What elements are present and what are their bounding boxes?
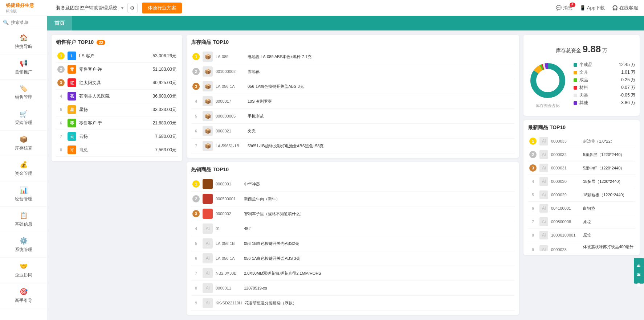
rank-num-8: 8: [57, 146, 65, 153]
inventory-stats-card: 库存总资金 9.88 万 库存资金占比: [523, 35, 640, 116]
product-code: 0000032: [551, 152, 580, 157]
list-item: 3 Ai 0000031 5厘中纤（1220*2440）: [528, 161, 635, 175]
product-name: 电池盖 LA-089 ABS本色+黑种 7.1克: [248, 54, 513, 60]
sidebar-item-system[interactable]: ⚙️ 系统管理: [0, 232, 47, 258]
system-selector[interactable]: 装备及固定资产辅助管理系统 ▼: [56, 5, 125, 11]
product-code: 0000002: [216, 212, 241, 216]
customer-avatar: L: [68, 52, 76, 60]
product-code: LA-056-1A: [216, 84, 245, 89]
list-item: 9 Ai 0000028 体被荔枝味苏打饮品400毫升（1*15）: [528, 242, 635, 251]
legend-label: 材料: [579, 85, 619, 91]
customer-avatar: 云: [68, 132, 76, 141]
legend-value: -3.86 万: [620, 100, 635, 106]
sales-count-badge: 22: [97, 40, 105, 45]
rank-medal-2: 2: [529, 151, 537, 158]
search-menu[interactable]: 🔍: [0, 16, 47, 29]
table-row: 6 零 零售客户·于 21,680.00元: [56, 116, 178, 130]
product-name: 原垃: [583, 219, 634, 225]
product-code: 0000001: [216, 182, 241, 186]
customer-name: 零售客户·于: [79, 120, 150, 126]
sidebar-item-purchase[interactable]: 🛒 采购管理: [0, 105, 47, 131]
rank-medal-3: 3: [57, 79, 65, 86]
rank-num-6: 6: [192, 255, 200, 262]
customer-avatar: 红: [68, 78, 76, 87]
rank-num-5: 5: [192, 240, 200, 247]
product-code: 001000002: [216, 69, 245, 74]
sidebar-item-inventory[interactable]: 📦 库存核算: [0, 131, 47, 156]
sidebar-item-quick-nav[interactable]: 🏠 快捷导航: [0, 29, 47, 54]
sales-rank-list: 1 L LS 客户 53,006.26元 2 零 零售客户·许 51,183.0…: [56, 49, 178, 157]
legend-label: 其他: [579, 100, 617, 106]
product-code: 000800008: [551, 220, 580, 224]
inventory-footer: 库存资金占比: [528, 102, 568, 108]
settings-button[interactable]: ⚙: [127, 3, 138, 13]
legend-item: 文具 1.01 万: [574, 69, 635, 75]
product-icon: Ai: [539, 231, 548, 239]
legend-dot: [574, 78, 577, 82]
header-right: 💬 消息 6 📱 App下载 🎧 在线客服: [556, 5, 638, 11]
tab-home[interactable]: 首页: [47, 16, 72, 30]
list-item: 4 Ai 01 45#: [191, 221, 515, 236]
product-thumb: [203, 194, 213, 204]
message-icon: 💬: [556, 5, 562, 11]
customer-avatar: 零: [68, 65, 76, 74]
page-content: 销售客户 TOP10 22 1 L LS 客户 53,006.26元 2 零 零…: [47, 30, 644, 320]
sidebar-item-marketing[interactable]: 📢 营销推广: [0, 54, 47, 80]
list-item: 2 Ai 0000032 5厘多层（1220*2440）: [528, 148, 635, 161]
sidebar-label-guide: 新手引导: [15, 298, 32, 304]
float-service-btn-2[interactable]: 直播: [634, 276, 644, 284]
online-service-action[interactable]: 🎧 在线客服: [612, 5, 638, 11]
float-service-btn-0[interactable]: 客服热线: [634, 258, 644, 267]
product-name: 原垃: [583, 233, 634, 238]
product-name: 056-1A白色按键开关盖ABS 3克: [248, 84, 513, 89]
table-row: 1 📦 LA-089 电池盖 LA-089 ABS本色+黑种 7.1克: [191, 49, 515, 64]
message-badge: 6: [570, 3, 575, 7]
sidebar-label-quick-nav: 快捷导航: [15, 44, 32, 50]
rank-num-8: 8: [529, 231, 537, 239]
rank-num-4: 4: [192, 225, 200, 232]
product-icon: Ai: [539, 190, 548, 199]
legend-item: 其他 -3.86 万: [574, 100, 635, 106]
product-name: 5厘多层（1220*2440）: [583, 152, 634, 157]
trial-button[interactable]: 体验行业方案: [142, 3, 182, 13]
rank-num-5: 5: [57, 106, 65, 113]
customer-value: 51,183.00元: [153, 66, 176, 73]
rank-medal-3: 3: [192, 83, 200, 90]
sidebar-item-coop[interactable]: 🤝 企业协同: [0, 258, 47, 283]
table-row: 7 云 云扬 7,680.00元: [56, 130, 178, 143]
purchase-icon: 🛒: [19, 110, 28, 118]
product-icon: Ai: [539, 204, 548, 213]
sidebar-item-sales[interactable]: 🏷️ 销售管理: [0, 80, 47, 105]
logo-area: 畅捷通好生意 标准版: [6, 2, 53, 14]
product-icon: Ai: [539, 217, 548, 226]
search-input[interactable]: [11, 20, 40, 25]
rank-num-5: 5: [529, 191, 537, 198]
nav-tabs: 首页: [47, 16, 644, 30]
product-thumb: [203, 179, 213, 189]
rank-medal-1: 1: [57, 52, 65, 60]
rank-medal-1: 1: [192, 180, 200, 188]
rank-medal-3: 3: [529, 164, 537, 172]
sidebar-item-finance[interactable]: 💰 资金管理: [0, 156, 47, 181]
rank-num-9: 9: [529, 246, 537, 251]
product-code: KK-SD22110H: [216, 301, 242, 305]
rank-medal-2: 2: [192, 195, 200, 202]
sidebar: 🔍 🏠 快捷导航 📢 营销推广 🏷️ 销售管理 🛒 采购管理 📦 库存核算 💰 …: [0, 16, 47, 320]
message-action[interactable]: 💬 消息 6: [556, 5, 572, 11]
sidebar-label-purchase: 采购管理: [15, 120, 32, 126]
operation-icon: 📊: [19, 186, 28, 194]
sidebar-item-operation[interactable]: 📊 经营管理: [0, 181, 47, 207]
hot-products-title: 热销商品 TOP10: [191, 167, 515, 173]
sales-icon: 🏷️: [19, 84, 28, 93]
customer-avatar: 零: [68, 119, 76, 127]
latest-products-title: 最新商品 TOP10: [528, 124, 635, 131]
customer-avatar: 苍: [68, 92, 76, 100]
list-item: 7 Ai NB2.0X30B 2.0X30MM双搓花轴.搓花直径2.1MM/RO…: [191, 266, 515, 281]
app-download-action[interactable]: 📱 App下载: [580, 5, 605, 11]
legend-dot: [574, 94, 577, 97]
float-service-btn-1[interactable]: 服务社区: [634, 267, 644, 276]
float-service: 客服热线服务社区直播: [634, 258, 644, 284]
rank-num-8: 8: [192, 284, 200, 292]
sidebar-item-base-info[interactable]: 📋 基础信息: [0, 207, 47, 232]
sidebar-item-guide[interactable]: 🎯 新手引导: [0, 283, 47, 308]
